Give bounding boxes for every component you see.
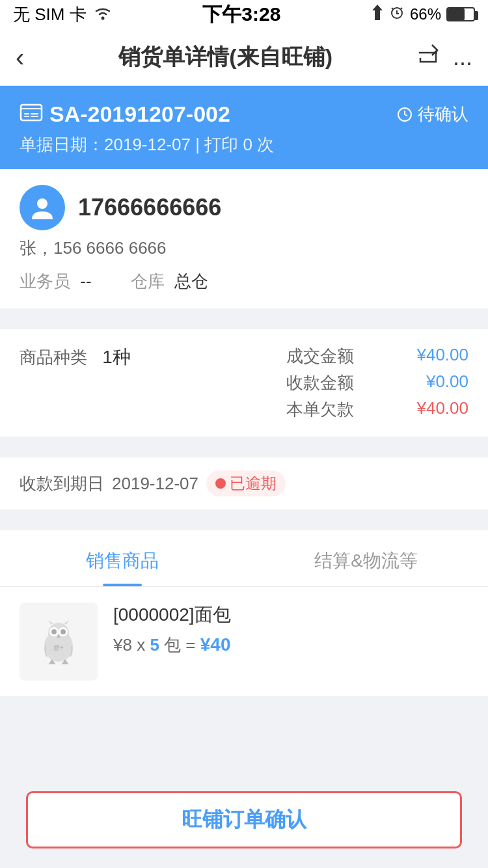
order-status: 待确认	[397, 103, 468, 126]
warehouse-value: 总仓	[174, 271, 208, 291]
product-kind-label: 商品种类	[20, 347, 87, 367]
price-total: ¥40	[200, 634, 231, 655]
wifi-icon	[93, 5, 113, 25]
amount-row-2: 本单欠款 ¥40.00	[286, 398, 468, 421]
tab-sales-products[interactable]: 销售商品	[0, 530, 244, 586]
product-name: [0000002]面包	[113, 603, 468, 627]
warehouse-meta: 仓库 总仓	[131, 270, 208, 293]
amount-label-2: 本单欠款	[286, 398, 354, 421]
amount-value-2: ¥40.00	[416, 398, 468, 421]
svg-point-4	[37, 198, 47, 209]
more-button[interactable]: ...	[453, 44, 472, 71]
summary-section: 商品种类 1种 成交金额 ¥40.00 收款金额 ¥0.00 本单欠款 ¥40.…	[0, 329, 488, 437]
product-owl-icon: 群+	[33, 619, 85, 664]
svg-rect-2	[21, 105, 42, 120]
product-item: 群+ [0000002]面包 ¥8 x 5 包 = ¥40	[20, 603, 468, 681]
product-kind-area: 商品种类 1种	[20, 345, 131, 370]
amounts-area: 成交金额 ¥40.00 收款金额 ¥0.00 本单欠款 ¥40.00	[286, 345, 468, 421]
customer-name: 张，156 6666 6666	[20, 237, 468, 260]
amount-label-0: 成交金额	[286, 345, 354, 368]
customer-phone: 17666666666	[78, 194, 221, 221]
overdue-badge: 已逾期	[206, 470, 286, 496]
svg-text:群+: 群+	[53, 644, 64, 651]
product-kind-value: 1种	[102, 347, 131, 367]
salesperson-value: --	[80, 271, 91, 291]
overdue-text: 已逾期	[230, 473, 277, 494]
nav-bar: ‹ 销货单详情(来自旺铺) ...	[0, 29, 488, 86]
product-price: ¥8 x 5 包 = ¥40	[113, 634, 468, 657]
price-equals: =	[185, 635, 200, 655]
product-section: 群+ [0000002]面包 ¥8 x 5 包 = ¥40	[0, 587, 488, 696]
tab-settlement[interactable]: 结算&物流等	[244, 530, 488, 586]
amount-row-0: 成交金额 ¥40.00	[286, 345, 468, 368]
alarm-icon	[389, 5, 405, 24]
back-button[interactable]: ‹	[16, 44, 24, 70]
amount-value-0: ¥40.00	[416, 345, 468, 368]
bottom-area: 旺铺订单确认	[0, 778, 488, 868]
price-quantity: 5	[150, 635, 159, 655]
avatar	[20, 185, 65, 230]
product-info: [0000002]面包 ¥8 x 5 包 = ¥40	[113, 603, 468, 657]
status-time: 下午3:28	[202, 1, 280, 28]
overdue-dot	[215, 478, 226, 489]
product-thumbnail: 群+	[20, 603, 98, 681]
order-header: SA-20191207-002 待确认 单据日期：2019-12-07 | 打印…	[0, 86, 488, 169]
status-carrier: 无 SIM 卡	[13, 3, 113, 26]
tabs-container: 销售商品 结算&物流等	[0, 530, 488, 587]
location-icon	[371, 4, 384, 25]
divider-2	[0, 447, 488, 457]
amount-label-1: 收款金额	[286, 372, 354, 394]
order-id: SA-20191207-002	[20, 102, 230, 127]
due-date-label: 收款到期日	[20, 472, 104, 495]
amount-row-1: 收款金额 ¥0.00	[286, 372, 468, 394]
battery-text: 66%	[410, 5, 441, 23]
customer-section: 17666666666 张，156 6666 6666 业务员 -- 仓库 总仓	[0, 169, 488, 308]
salesperson-meta: 业务员 --	[20, 270, 92, 293]
status-right: 66%	[371, 4, 475, 25]
svg-marker-12	[48, 620, 53, 625]
warehouse-label: 仓库	[131, 271, 165, 291]
price-unit-label: 包	[164, 635, 181, 655]
price-unit: ¥8	[113, 635, 132, 655]
page-title: 销货单详情(来自旺铺)	[34, 42, 416, 72]
share-button[interactable]	[416, 42, 440, 72]
amount-value-1: ¥0.00	[426, 372, 468, 394]
nav-actions: ...	[416, 42, 472, 72]
svg-point-9	[51, 629, 57, 634]
svg-marker-13	[64, 620, 69, 625]
confirm-order-button[interactable]: 旺铺订单确认	[26, 791, 462, 848]
order-date: 单据日期：2019-12-07 | 打印 0 次	[20, 133, 468, 156]
salesperson-label: 业务员	[20, 271, 70, 291]
due-date-value: 2019-12-07	[112, 474, 198, 494]
svg-point-0	[101, 16, 104, 20]
svg-point-10	[61, 629, 66, 634]
price-multiply: x	[137, 635, 150, 655]
customer-meta: 业务员 -- 仓库 总仓	[20, 270, 468, 293]
carrier-text: 无 SIM 卡	[13, 3, 87, 26]
order-icon	[20, 102, 43, 127]
divider-1	[0, 319, 488, 329]
battery-icon	[446, 7, 475, 21]
due-date-section: 收款到期日 2019-12-07 已逾期	[0, 457, 488, 509]
divider-3	[0, 520, 488, 530]
status-bar: 无 SIM 卡 下午3:28 66%	[0, 0, 488, 29]
